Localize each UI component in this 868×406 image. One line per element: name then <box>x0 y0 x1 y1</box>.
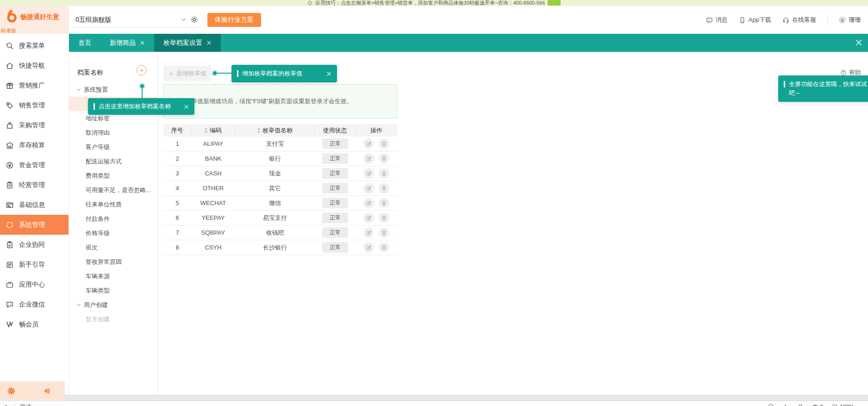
sidebar-item[interactable]: 应用中心 <box>0 275 69 294</box>
sidebar-item[interactable]: 搜索菜单 <box>0 36 69 56</box>
tooltip-close-icon[interactable] <box>326 71 331 76</box>
delete-button[interactable] <box>379 198 389 208</box>
tooltip-fullscreen: 全屏功能在这里哦，快来试试吧～ <box>778 75 868 102</box>
tab[interactable]: 新增商品 <box>100 34 154 52</box>
plus-icon <box>169 71 174 76</box>
tab[interactable]: 首页 <box>69 34 100 52</box>
template-selector-value: 0五组旗舰版 <box>75 16 177 24</box>
sidebar-item-label: 新手引导 <box>19 261 45 269</box>
sidebar-item[interactable]: 畅会员 <box>0 314 69 334</box>
sidebar-item[interactable]: 采购管理 <box>0 115 69 135</box>
tree-item[interactable]: 暂无创建 <box>69 312 158 326</box>
edit-button[interactable] <box>363 153 374 164</box>
cell-code: SQBPAY <box>191 225 235 240</box>
tree-item[interactable]: 付款条件 <box>69 212 158 226</box>
tree-item[interactable]: 配送运输方式 <box>69 154 158 169</box>
online-support-button[interactable]: 在线客服 <box>782 16 816 24</box>
table-column-header: 枚举值名称 <box>235 124 315 137</box>
close-all-tabs-icon[interactable] <box>855 39 862 46</box>
sort-icon[interactable] <box>257 128 261 133</box>
collapse-sidebar-icon[interactable] <box>42 387 50 395</box>
tree-item[interactable]: 往来单位性质 <box>69 197 158 212</box>
sidebar-item-label: 应用中心 <box>19 281 45 289</box>
tooltip-text: 全屏功能在这里哦，快来试试吧～ <box>789 80 868 97</box>
industry-plan-button[interactable]: 体验行业方案 <box>207 13 261 27</box>
edit-button[interactable] <box>363 212 374 223</box>
notice-action-button[interactable] <box>548 0 554 6</box>
delete-button[interactable] <box>379 242 389 253</box>
header: 畅捷通好生意 标准版 0五组旗舰版 体验行业方案 消息 App下载 在线客服 <box>0 6 868 34</box>
delete-button[interactable] <box>379 227 389 238</box>
tooltip-close-icon[interactable] <box>184 104 189 109</box>
sidebar-item[interactable]: 新手引导 <box>0 255 69 275</box>
tree-item[interactable]: 车辆来源 <box>69 269 158 283</box>
sort-icon[interactable] <box>204 128 208 133</box>
delete-button[interactable] <box>379 138 389 149</box>
chevron-down-icon[interactable] <box>181 17 187 23</box>
tree-group-user[interactable]: 用户创建 <box>69 298 158 312</box>
tab-close-icon[interactable] <box>140 40 145 45</box>
tree-item[interactable]: 客户等级 <box>69 140 158 154</box>
tooltip-add-archive-name: 点击这里增加枚举档案名称 <box>88 98 194 115</box>
caret-down-icon <box>76 303 81 307</box>
delete-button[interactable] <box>379 168 389 179</box>
tree-item-label: 车辆来源 <box>86 272 110 281</box>
camera-icon[interactable] <box>812 404 818 406</box>
settings-gear-icon[interactable] <box>7 387 15 395</box>
tree-item[interactable]: 车辆类型 <box>69 283 158 298</box>
speaker-icon[interactable] <box>782 404 789 406</box>
gear-icon[interactable] <box>190 16 198 24</box>
connector-line <box>142 88 143 98</box>
main-content: 新增枚举值 枚举值新增成功后，须按“F5键”刷新页面或重新登录才会生效。 帮助 <box>158 52 868 406</box>
add-archive-button[interactable] <box>137 65 147 75</box>
edit-button[interactable] <box>363 198 374 208</box>
tree-item[interactable]: 班次 <box>69 240 158 255</box>
tree-item[interactable]: 取消理由 <box>69 125 158 140</box>
sidebar-item[interactable]: 系统管理 <box>0 215 69 235</box>
tab[interactable]: 枚举档案设置 <box>154 34 221 52</box>
table-column-label: 使用状态 <box>323 126 347 135</box>
tree-item[interactable]: 签收异常原因 <box>69 255 158 269</box>
enum-table-header: 序号 编码 枚举值名称 使用状态 <box>163 124 397 137</box>
sidebar-item[interactable]: 企业协同 <box>0 235 69 255</box>
tree-item-label: 暂无创建 <box>86 315 110 324</box>
tree-item[interactable]: 可用量不足，是否忽略... <box>69 183 158 197</box>
delete-button[interactable] <box>379 153 389 164</box>
sidebar-item[interactable]: 企业微信 <box>0 294 69 314</box>
table-row: 6 YEEPAY 易宝支付 正常 <box>163 211 397 225</box>
messages-button[interactable]: 消息 <box>706 16 728 24</box>
template-selector[interactable]: 0五组旗舰版 <box>73 12 201 28</box>
tab-close-icon[interactable] <box>206 40 212 45</box>
edit-button[interactable] <box>363 242 374 253</box>
delete-button[interactable] <box>379 212 389 223</box>
sidebar-item[interactable]: 库存核算 <box>0 135 69 155</box>
sidebar-item[interactable]: 快捷导航 <box>0 56 69 75</box>
notice-action-button[interactable] <box>554 0 561 6</box>
edit-button[interactable] <box>363 138 374 149</box>
sidebar-item[interactable]: 销售管理 <box>0 95 69 115</box>
delete-button[interactable] <box>379 183 389 194</box>
sidebar-item[interactable]: 基础信息 <box>0 195 69 215</box>
shield-check-icon[interactable] <box>768 404 774 406</box>
app-download-button[interactable]: App下载 <box>739 16 771 24</box>
info-alert: 枚举值新增成功后，须按“F5键”刷新页面或重新登录才会生效。 <box>163 84 397 119</box>
horizontal-scrollbar[interactable] <box>65 395 868 400</box>
tab-label: 首页 <box>78 39 91 47</box>
edit-button[interactable] <box>363 227 374 238</box>
edit-button[interactable] <box>363 168 374 179</box>
table-row: 7 SQBPAY 收钱吧 正常 <box>163 225 397 240</box>
user-menu[interactable]: 珊珊 <box>839 16 861 24</box>
browser-status-bar: 完成 0 100% <box>0 400 868 406</box>
tree-item[interactable]: 费用类型 <box>69 169 158 183</box>
sidebar-item[interactable]: 营销推广 <box>0 75 69 95</box>
sidebar-item[interactable]: 经营管理 <box>0 175 69 195</box>
tree-item[interactable]: 价格等级 <box>69 226 158 240</box>
status-badge: 正常 <box>322 212 348 223</box>
zoom-icon[interactable] <box>831 404 838 406</box>
edit-button[interactable] <box>363 183 374 194</box>
sidebar-item[interactable]: 资金管理 <box>0 155 69 175</box>
add-enum-value-button[interactable]: 新增枚举值 <box>163 66 212 81</box>
cursor-arrow-icon <box>4 404 10 406</box>
printer-icon[interactable] <box>797 404 804 406</box>
cell-code: OTHER <box>191 181 235 195</box>
